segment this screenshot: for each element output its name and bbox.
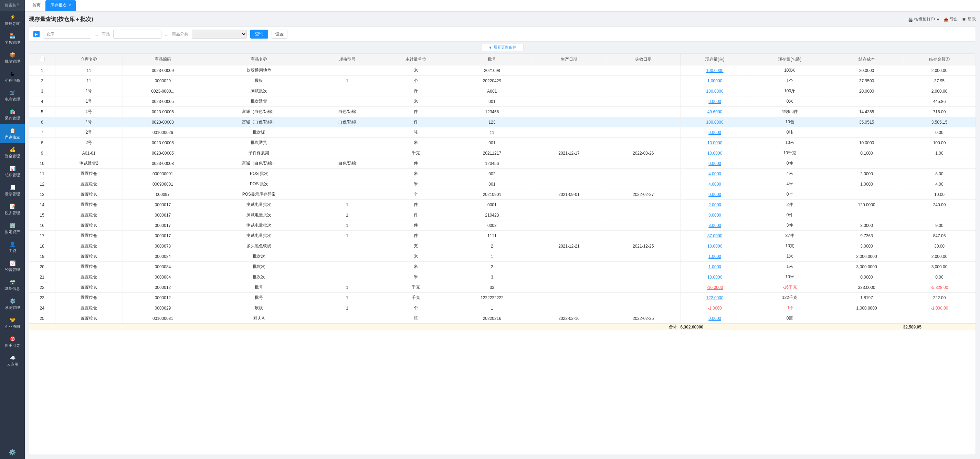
sidebar-item-tax[interactable]: 📝 税务管理 xyxy=(0,200,25,219)
row-qty-main[interactable]: 87.0000 xyxy=(681,231,749,241)
sidebar-item-finance[interactable]: 💰 资金管理 xyxy=(0,143,25,162)
sidebar-item-quick-nav[interactable]: ⚡ 快捷导航 xyxy=(0,11,25,30)
row-code: 0000012 xyxy=(123,293,203,303)
sidebar-item-general[interactable]: 📊 总账管理 xyxy=(0,162,25,181)
row-qty-main[interactable]: 49.6000 xyxy=(681,107,749,117)
row-no: 16 xyxy=(29,220,55,231)
row-qty-main[interactable]: 4.0000 xyxy=(681,169,749,179)
row-exp-date xyxy=(606,179,681,190)
print-icon: 🖨️ xyxy=(908,17,913,22)
row-qty-main[interactable]: 100.0000 xyxy=(681,117,749,128)
row-unit: 瓶 xyxy=(379,313,452,324)
row-qty-main[interactable]: 1.0000 xyxy=(681,262,749,272)
row-no: 1 xyxy=(29,65,55,76)
row-name: 批号 xyxy=(203,282,315,293)
row-amount: 0.00 xyxy=(903,272,975,282)
row-qty-main[interactable]: 1.00000 xyxy=(681,76,749,86)
sidebar-item-purchase[interactable]: 🛍️ 采购管理 xyxy=(0,105,25,124)
select-all-checkbox[interactable] xyxy=(40,57,45,61)
row-qty-main[interactable]: 4.0000 xyxy=(681,179,749,190)
row-spec: 1 xyxy=(315,76,379,86)
sidebar-item-newbie[interactable]: 🎯 新手引导 xyxy=(0,333,25,352)
row-qty-main[interactable]: 0.0000 xyxy=(681,96,749,107)
row-batch: 1 xyxy=(452,251,532,262)
row-qty-main[interactable]: 10.0000 xyxy=(681,241,749,251)
row-unit: 米 xyxy=(379,138,452,148)
row-qty-main[interactable]: -16.0000 xyxy=(681,282,749,293)
row-code: 0000012 xyxy=(123,282,203,293)
row-spec xyxy=(315,128,379,138)
row-qty-main[interactable]: -1.0000 xyxy=(681,303,749,313)
sidebar-item-collab[interactable]: 🤝 企业协同 xyxy=(0,314,25,333)
row-qty-main[interactable]: 10.0000 xyxy=(681,148,749,158)
sidebar-item-base[interactable]: 🗃️ 基础信息 xyxy=(0,276,25,295)
setting-button[interactable]: 设置 xyxy=(272,30,288,38)
query-button[interactable]: 查询 xyxy=(250,30,268,38)
row-spec xyxy=(315,86,379,96)
tab-inventory-batch[interactable]: 库存批次 × xyxy=(45,0,76,11)
sidebar-item-mini-ecom[interactable]: 📱 小程电商 xyxy=(0,67,25,86)
row-qty-pkg: 0瓶 xyxy=(749,313,830,324)
row-qty-main[interactable]: 100.0000 xyxy=(681,65,749,76)
row-batch: 11 xyxy=(452,128,532,138)
row-name: 批号 xyxy=(203,293,315,303)
row-exp-date xyxy=(606,86,681,96)
row-amount: 3,000.00 xyxy=(903,262,975,272)
row-warehouse: 置置粒仓 xyxy=(55,231,123,241)
row-code: 000900001 xyxy=(123,169,203,179)
row-qty-main[interactable]: 2.0000 xyxy=(681,200,749,210)
show-action[interactable]: 👁️ 显示 xyxy=(961,16,976,22)
row-qty-main[interactable]: 10.0000 xyxy=(681,138,749,148)
row-qty-main[interactable]: 0.0000 xyxy=(681,128,749,138)
row-warehouse: 置置粒仓 xyxy=(55,210,123,220)
sidebar-item-inventory[interactable]: 📋 库存核查 xyxy=(0,124,25,143)
warehouse-input[interactable] xyxy=(43,30,91,38)
row-qty-main[interactable]: 122.0000 xyxy=(681,293,749,303)
row-prod-date xyxy=(532,65,606,76)
row-qty-main[interactable]: 0.0000 xyxy=(681,190,749,200)
wholesale-icon: 📦 xyxy=(10,52,16,57)
sidebar-item-ops[interactable]: 📈 经营管理 xyxy=(0,257,25,276)
sidebar-item-cloud[interactable]: ☁️ 云应用 xyxy=(0,352,25,370)
row-prod-date xyxy=(532,128,606,138)
row-qty-main[interactable]: 0.0000 xyxy=(681,158,749,169)
expand-conditions-btn[interactable]: ▼ 展开更多条件 xyxy=(481,44,523,51)
row-qty-main[interactable]: 0.0000 xyxy=(681,313,749,324)
row-qty-pkg: -1个 xyxy=(749,303,830,313)
row-cost: 35.0515 xyxy=(830,117,903,128)
sidebar-item-retail[interactable]: 🏪 零售管理 xyxy=(0,30,25,49)
sidebar-item-assets[interactable]: 🏢 固定资产 xyxy=(0,219,25,238)
category-select[interactable] xyxy=(192,30,247,38)
row-name: 富诚（白色/奶棉） xyxy=(203,117,315,128)
export-action[interactable]: 📤 导出 xyxy=(943,16,958,22)
sidebar-item-wholesale[interactable]: 📦 批发管理 xyxy=(0,49,25,67)
row-exp-date xyxy=(606,96,681,107)
print-action[interactable]: 🖨️ 按模板打印 ▼ xyxy=(908,16,940,22)
tab-close-btn[interactable]: × xyxy=(69,3,71,7)
sidebar-item-hr[interactable]: 👤 工资 xyxy=(0,238,25,257)
row-qty-main[interactable]: 10.0000 xyxy=(681,272,749,282)
invoice-icon: 🧾 xyxy=(10,185,16,190)
sidebar-item-invoice[interactable]: 🧾 发票管理 xyxy=(0,181,25,200)
row-warehouse: 1号 xyxy=(55,96,123,107)
row-qty-main[interactable]: 1.0000 xyxy=(681,251,749,262)
row-cost xyxy=(830,128,903,138)
sidebar-item-ecom[interactable]: 🛒 电商管理 xyxy=(0,86,25,105)
row-qty-pkg: 10支 xyxy=(749,241,830,251)
row-code: 0000017 xyxy=(123,220,203,231)
row-prod-date xyxy=(532,169,606,179)
row-warehouse: 置置粒仓 xyxy=(55,293,123,303)
row-qty-main[interactable]: 3.0000 xyxy=(681,220,749,231)
row-spec: 白色/奶棉 xyxy=(315,117,379,128)
row-spec xyxy=(315,190,379,200)
tab-home[interactable]: 首页 xyxy=(27,0,45,11)
sidebar-item-system[interactable]: ⚙️ 系统管理 xyxy=(0,295,25,314)
row-qty-main[interactable]: 0.0000 xyxy=(681,210,749,220)
filter-arrow-btn[interactable]: ▶ xyxy=(33,31,40,37)
row-spec: 1 xyxy=(315,210,379,220)
row-batch: 123456 xyxy=(452,158,532,169)
product-input[interactable] xyxy=(113,30,161,38)
sidebar-search[interactable]: 搜索菜单 xyxy=(0,0,25,11)
sidebar-gear[interactable]: ⚙️ xyxy=(0,446,25,459)
row-qty-main[interactable]: 100.0000 xyxy=(681,86,749,96)
